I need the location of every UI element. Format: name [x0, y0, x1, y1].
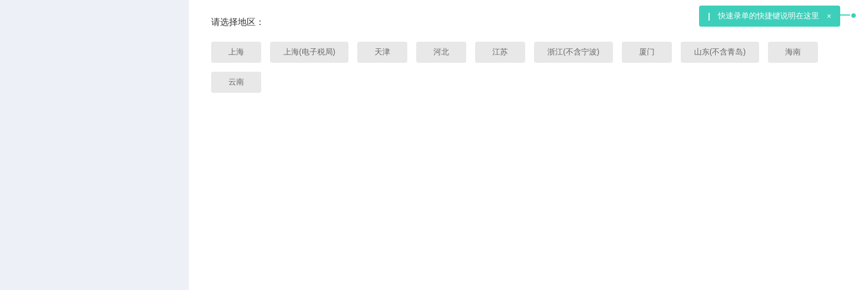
tooltip-text: 快速录单的快捷键说明在这里 [718, 11, 819, 21]
region-button-hainan[interactable]: 海南 [768, 42, 818, 63]
region-grid: 上海上海(电子税局)天津河北江苏浙江(不含宁波)厦门山东(不含青岛)海南云南 [211, 42, 846, 93]
tooltip-popup: 快速录单的快捷键说明在这里 × [699, 6, 840, 27]
region-button-hebei[interactable]: 河北 [416, 42, 466, 63]
region-button-xiamen[interactable]: 厦门 [622, 42, 672, 63]
region-button-tianjin[interactable]: 天津 [357, 42, 407, 63]
sidebar [0, 0, 189, 290]
region-button-yunnan[interactable]: 云南 [211, 72, 261, 93]
main-content: 请选择地区： 上海上海(电子税局)天津河北江苏浙江(不含宁波)厦门山东(不含青岛… [189, 0, 868, 290]
region-button-shandong[interactable]: 山东(不含青岛) [681, 42, 759, 63]
tooltip-close-button[interactable]: × [827, 12, 831, 21]
tooltip-connector-line [840, 14, 850, 16]
region-button-shanghai[interactable]: 上海 [211, 42, 261, 63]
region-button-zhejiang[interactable]: 浙江(不含宁波) [534, 42, 612, 63]
region-button-shanghai-e[interactable]: 上海(电子税局) [270, 42, 348, 63]
region-button-jiangsu[interactable]: 江苏 [475, 42, 525, 63]
tooltip-connector-dot [850, 12, 857, 19]
